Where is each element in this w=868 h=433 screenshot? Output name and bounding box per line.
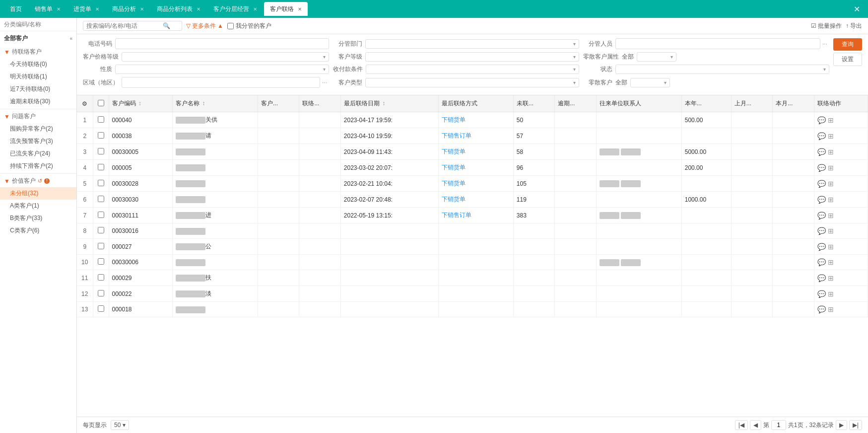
tab-close-customer_tier[interactable]: ✕ [253,6,257,12]
row-checkbox[interactable] [98,164,104,170]
row-checkbox[interactable] [98,227,104,233]
person-input[interactable] [615,38,820,49]
cust-tier-select[interactable]: ▾ [365,52,579,62]
chat-icon[interactable]: 💬 [817,116,826,124]
sidebar-search-box[interactable]: 🔍 [0,18,76,31]
tab-home[interactable]: 首页 [4,2,28,16]
contact-method-link[interactable]: 下销货单 [442,164,466,171]
cell-checkbox[interactable] [93,208,109,223]
sidebar-problem-item[interactable]: 已流失客户(24) [0,147,76,160]
cell-checkbox[interactable] [93,223,109,239]
chat-icon[interactable]: 💬 [817,243,826,251]
sidebar-problem-item[interactable]: 囤购异常客户(2) [0,123,76,135]
sidebar-value-group-item[interactable]: A类客户(1) [0,200,76,212]
col-settings[interactable]: ⚙ [77,95,93,112]
status-select[interactable]: ▾ [615,65,829,74]
sidebar-search-input[interactable] [4,21,77,28]
chat-icon[interactable]: 💬 [817,227,826,235]
sidebar-pending-item[interactable]: 明天待联络(1) [0,71,76,83]
cell-checkbox[interactable] [93,239,109,255]
chat-icon[interactable]: 💬 [817,258,826,266]
phone-input[interactable] [115,38,329,49]
chat-icon[interactable]: 💬 [817,180,826,188]
first-page-btn[interactable]: |◀ [735,420,748,430]
payment-select[interactable]: ▾ [366,65,579,74]
chat-icon[interactable]: 💬 [817,305,826,313]
tab-customer_tier[interactable]: 客户分层经营✕ [207,2,263,16]
my-customers-checkbox[interactable]: 我分管的客户 [227,22,271,30]
my-customers-check[interactable] [227,23,234,29]
retail-attr-select[interactable]: ▾ [637,52,676,62]
row-checkbox[interactable] [98,132,104,139]
cell-checkbox[interactable] [93,286,109,302]
search-input[interactable] [86,22,161,29]
export-btn[interactable]: ↑ 导出 [846,22,862,30]
sidebar-pending-item[interactable]: 今天待联络(0) [0,58,76,71]
retail-cust-select[interactable]: ▾ [630,78,670,87]
all-customers-header[interactable]: 全部客户 « [0,31,76,46]
chat-icon[interactable]: 💬 [817,212,826,219]
tab-product_analysis[interactable]: 商品分析✕ [106,2,150,16]
chat-icon[interactable]: 💬 [817,274,826,282]
cell-checkbox[interactable] [93,112,109,128]
window-close-btn[interactable]: ✕ [850,4,864,14]
grid-icon[interactable]: ⊞ [828,148,834,156]
batch-operation-btn[interactable]: ☑ 批量操作 [811,22,842,30]
row-checkbox[interactable] [98,305,104,312]
cell-checkbox[interactable] [93,192,109,208]
price-tier-select[interactable]: ▾ [122,52,329,62]
row-checkbox[interactable] [98,258,104,265]
grid-icon[interactable]: ⊞ [828,290,834,298]
sidebar-problem-item[interactable]: 持续下滑客户(2) [0,160,76,172]
row-checkbox[interactable] [98,243,104,249]
grid-icon[interactable]: ⊞ [828,164,834,172]
nature-select[interactable]: ▾ [115,65,329,74]
row-checkbox[interactable] [98,274,104,281]
chat-icon[interactable]: 💬 [817,164,826,172]
contact-method-link[interactable]: 下销货单 [442,180,466,187]
tab-product_analysis_list[interactable]: 商品分析列表✕ [151,2,206,16]
tab-close-product_analysis[interactable]: ✕ [140,6,144,12]
sidebar-pending-item[interactable]: 逾期未联络(30) [0,95,76,108]
grid-icon[interactable]: ⊞ [828,180,834,188]
tab-close-purchase[interactable]: ✕ [95,6,99,12]
chat-icon[interactable]: 💬 [817,132,826,140]
row-checkbox[interactable] [98,196,104,202]
tab-close-customer_contact[interactable]: ✕ [298,6,302,12]
grid-icon[interactable]: ⊞ [828,305,834,313]
cell-checkbox[interactable] [93,302,109,317]
grid-icon[interactable]: ⊞ [828,258,834,266]
grid-icon[interactable]: ⊞ [828,132,834,140]
tab-sales[interactable]: 销售单✕ [29,2,67,16]
row-checkbox[interactable] [98,180,104,186]
chat-icon[interactable]: 💬 [817,196,826,204]
cell-checkbox[interactable] [93,144,109,160]
col-checkbox-header[interactable] [93,95,109,112]
contact-method-link[interactable]: 下销售订单 [442,212,471,218]
value-customers-group[interactable]: ▼ 价值客户 ↺ ! [0,175,76,187]
row-checkbox[interactable] [98,116,104,123]
pending-contact-group[interactable]: ▼ 待联络客户 [0,46,76,58]
reset-button[interactable]: 设置 [833,53,862,66]
cust-type-select[interactable]: ▾ [365,78,579,87]
cell-checkbox[interactable] [93,128,109,144]
page-input[interactable] [771,420,786,430]
region-dots[interactable]: ··· [320,79,329,86]
chat-icon[interactable]: 💬 [817,290,826,298]
problem-customers-group[interactable]: ▼ 问题客户 [0,110,76,123]
sidebar-value-group-item[interactable]: B类客户(33) [0,212,76,224]
next-page-btn[interactable]: ▶ [836,420,847,430]
tab-close-sales[interactable]: ✕ [57,6,61,12]
chat-icon[interactable]: 💬 [817,148,826,156]
last-page-btn[interactable]: ▶| [849,420,862,430]
contact-method-link[interactable]: 下销货单 [442,196,466,203]
cell-checkbox[interactable] [93,176,109,192]
grid-icon[interactable]: ⊞ [828,116,834,124]
cell-checkbox[interactable] [93,160,109,176]
row-checkbox[interactable] [98,212,104,218]
grid-icon[interactable]: ⊞ [828,243,834,251]
select-all-checkbox[interactable] [98,100,104,106]
sidebar-value-group-item[interactable]: C类客户(6) [0,224,76,237]
more-conditions-btn[interactable]: ▽ 更多条件 ▲ [186,22,223,30]
cell-checkbox[interactable] [93,255,109,270]
